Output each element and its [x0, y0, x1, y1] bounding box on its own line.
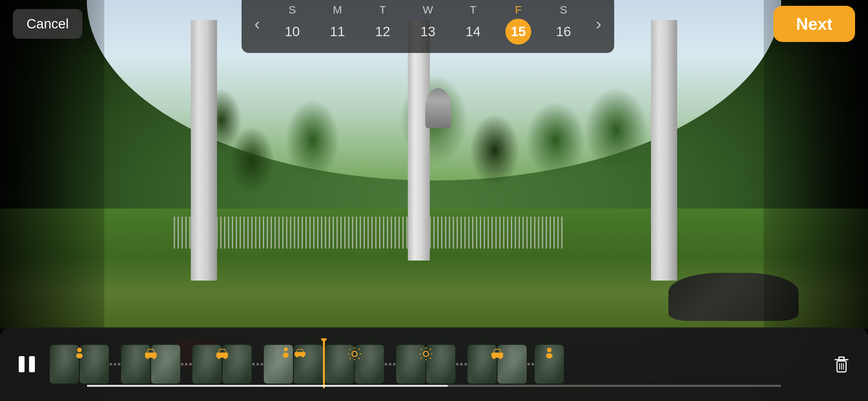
svg-point-11 [283, 352, 289, 358]
playhead [323, 340, 325, 389]
svg-rect-1 [29, 356, 35, 372]
day-item-sat-16[interactable]: S 16 [541, 1, 586, 47]
cancel-button[interactable]: Cancel [13, 9, 82, 39]
day-number: 10 [279, 19, 305, 44]
person-icon-3 [542, 346, 556, 360]
progress-bar[interactable] [87, 385, 781, 387]
bottom-bar [0, 328, 868, 401]
day-number: 15 [505, 19, 531, 44]
svg-point-13 [296, 355, 298, 358]
pause-button[interactable] [10, 353, 43, 375]
porch-pillar-left [191, 20, 217, 281]
dot-sep-5 [456, 363, 467, 366]
day-number: 11 [324, 19, 350, 44]
top-bar: Cancel ‹ S 10 M 11 T 12 W 13 [0, 0, 868, 48]
day-item-tue-12[interactable]: T 12 [360, 1, 405, 47]
settings-icon-1 [347, 346, 362, 362]
svg-point-19 [499, 357, 502, 359]
svg-point-9 [224, 357, 227, 359]
car-icon-1 [143, 346, 159, 362]
dot-sep-2 [181, 363, 192, 366]
svg-rect-0 [19, 356, 25, 372]
day-number: 14 [460, 19, 486, 44]
delete-button[interactable] [826, 353, 858, 375]
day-letter: W [423, 4, 433, 16]
svg-point-16 [423, 351, 429, 357]
day-letter: S [560, 4, 567, 16]
settings-icon-2 [418, 346, 434, 362]
day-item-fri-15[interactable]: F 15 [496, 1, 541, 47]
day-letter: F [515, 4, 522, 16]
day-item-mon-11[interactable]: M 11 [315, 1, 360, 47]
dot-sep-1 [110, 363, 120, 366]
day-letter: M [333, 4, 342, 16]
car-icon-3 [293, 346, 307, 360]
prev-week-button[interactable]: ‹ [245, 13, 270, 35]
trash-icon [831, 353, 852, 375]
svg-point-18 [493, 357, 495, 359]
chevron-right-icon: › [596, 14, 601, 33]
day-number: 12 [370, 19, 396, 44]
week-days: S 10 M 11 T 12 W 13 T 14 [270, 1, 586, 47]
person-icon-1 [72, 346, 87, 360]
dot-sep-6 [527, 363, 534, 366]
day-letter: S [289, 4, 296, 16]
svg-point-15 [352, 351, 357, 357]
day-item-wed-13[interactable]: W 13 [405, 1, 451, 47]
svg-point-8 [218, 357, 220, 359]
dot-sep-4 [384, 363, 396, 366]
person-icon-2 [280, 346, 291, 360]
day-letter: T [470, 4, 476, 16]
day-number: 16 [551, 19, 577, 44]
dot-sep-3 [252, 363, 263, 366]
day-item-sun-10[interactable]: S 10 [270, 1, 315, 47]
svg-point-10 [284, 347, 288, 351]
pause-icon [16, 353, 38, 375]
chevron-left-icon: ‹ [254, 14, 260, 33]
next-week-button[interactable]: › [586, 13, 611, 35]
car-icon-2 [214, 346, 230, 362]
svg-point-3 [76, 353, 83, 359]
svg-point-6 [153, 357, 155, 359]
car-icon-4 [490, 346, 505, 362]
svg-point-5 [146, 357, 149, 359]
day-number: 13 [415, 19, 441, 44]
porch-lamp [425, 88, 452, 128]
day-item-thu-14[interactable]: T 14 [451, 1, 496, 47]
next-button[interactable]: Next [773, 6, 855, 42]
svg-point-14 [302, 355, 304, 358]
svg-point-2 [77, 348, 82, 352]
fence [174, 217, 564, 249]
svg-point-21 [546, 353, 553, 359]
progress-fill [87, 385, 448, 387]
timeline-strip[interactable] [50, 338, 819, 390]
porch-pillar-center [408, 20, 430, 260]
day-letter: T [379, 4, 386, 16]
porch-pillar-right [651, 20, 677, 281]
week-calendar: ‹ S 10 M 11 T 12 W 13 [242, 0, 615, 53]
svg-point-20 [547, 348, 552, 352]
